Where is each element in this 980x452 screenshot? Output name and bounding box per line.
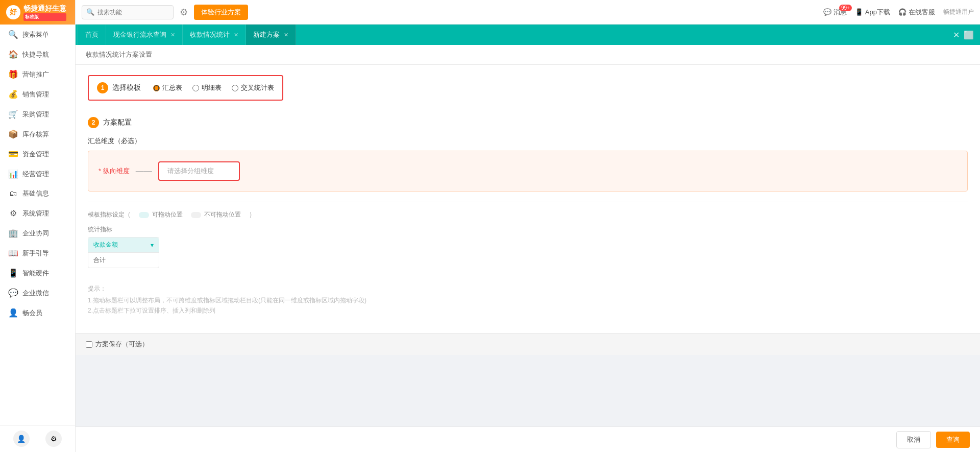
dim-select[interactable]: 请选择分组维度 [158, 161, 240, 181]
metrics-grid-header[interactable]: 收款金额 ▾ [88, 237, 159, 252]
download-btn[interactable]: 📱 App下载 [855, 8, 890, 17]
service-btn[interactable]: 🎧 在线客服 [898, 8, 935, 17]
sidebar-item-operations[interactable]: 📊 经营管理 [0, 164, 75, 184]
tab-collection-stats[interactable]: 收款情况统计 ✕ [183, 25, 246, 45]
service-icon: 🎧 [898, 8, 906, 16]
sidebar-item-purchase[interactable]: 🛒 采购管理 [0, 104, 75, 124]
template-summary[interactable]: 汇总表 [153, 83, 182, 92]
sidebar-item-label: 营销推广 [22, 70, 49, 79]
tab-collection-close[interactable]: ✕ [234, 32, 238, 38]
download-icon: 📱 [855, 8, 863, 16]
template-detail[interactable]: 明细表 [192, 83, 222, 92]
fixed-label: 不可拖动位置 [204, 210, 241, 219]
radio-detail[interactable] [192, 85, 199, 91]
message-icon: 💬 [823, 8, 831, 16]
sidebar-item-hardware[interactable]: 📱 智能硬件 [0, 263, 75, 283]
summary-dim-label: 汇总维度（必选） [88, 136, 968, 146]
tab-cashflow[interactable]: 现金银行流水查询 ✕ [106, 25, 183, 45]
logo-icon: 好 [6, 5, 20, 19]
topbar-right: 💬 消息 99+ 📱 App下载 🎧 在线客服 畅捷通用户 [823, 8, 974, 17]
tab-new-plan[interactable]: 新建方案 ✕ [246, 25, 296, 45]
search-input[interactable] [97, 9, 159, 16]
page-header-title: 收款情况统计方案设置 [86, 51, 152, 58]
tab-new-plan-close[interactable]: ✕ [284, 32, 288, 38]
metrics-table-area: 统计指标 收款金额 ▾ 合计 [88, 225, 968, 268]
gift-icon: 🎁 [8, 69, 18, 79]
tab-home[interactable]: 首页 [78, 25, 106, 45]
tab-maximize-icon[interactable]: ⬜ [964, 30, 974, 40]
config-section: 2 方案配置 汇总维度（必选） * 纵向维度 —— 请选择分组维度 [88, 117, 968, 323]
legend-draggable: 可拖动位置 [139, 210, 183, 219]
sidebar-item-quick-nav[interactable]: 🏠 快捷导航 [0, 44, 75, 64]
card-icon: 💳 [8, 149, 18, 159]
template-cross-label: 交叉统计表 [241, 83, 274, 92]
main-content: 🔍 ⚙ 体验行业方案 💬 消息 99+ 📱 App下载 🎧 在线客服 畅捷通用户 [76, 0, 980, 452]
vertical-dim-label: * 纵向维度 [99, 166, 130, 176]
bottom-bar: 取消 查询 [76, 426, 980, 452]
radio-cross[interactable] [232, 85, 238, 91]
gear-icon: ⚙ [8, 208, 18, 218]
tips-title: 提示： [88, 284, 968, 293]
sidebar-item-label: 智能硬件 [22, 269, 49, 278]
tab-close-all-icon[interactable]: ✕ [953, 30, 960, 40]
drag-legend: 模板指标设定（ 可拖动位置 不可拖动位置 ） [88, 210, 968, 219]
money-icon: 💰 [8, 89, 18, 99]
sidebar-item-guide[interactable]: 📖 新手引导 [0, 243, 75, 263]
page-container: 收款情况统计方案设置 1 选择模板 汇总 [76, 45, 980, 401]
sidebar-nav: 🔍 搜索菜单 🏠 快捷导航 🎁 营销推广 💰 销售管理 🛒 采购管理 📦 库存核… [0, 25, 75, 425]
save-plan-checkbox[interactable] [86, 341, 92, 348]
tabbar: 首页 现金银行流水查询 ✕ 收款情况统计 ✕ 新建方案 ✕ ✕ ⬜ [76, 25, 980, 45]
sidebar-item-label: 库存核算 [22, 130, 49, 139]
footer-checkbox-row: 方案保存（可选） [86, 340, 149, 349]
sidebar-item-label: 新手引导 [22, 249, 49, 258]
close-paren: ） [249, 210, 255, 219]
sidebar-item-label: 经营管理 [22, 170, 49, 179]
sidebar-item-member[interactable]: 👤 畅会员 [0, 303, 75, 323]
sidebar-item-enterprise[interactable]: 🏢 企业协同 [0, 223, 75, 243]
template-summary-label: 汇总表 [162, 83, 182, 92]
sidebar-item-label: 系统管理 [22, 209, 49, 218]
metric-row-label: 合计 [93, 256, 106, 264]
sidebar-item-system[interactable]: ⚙ 系统管理 [0, 203, 75, 223]
query-button[interactable]: 查询 [936, 432, 970, 448]
footer-icon-2[interactable]: ⚙ [45, 431, 62, 447]
legend-fixed: 不可拖动位置 [191, 210, 241, 219]
sidebar-footer: 👤 ⚙ [0, 425, 75, 452]
cancel-button[interactable]: 取消 [896, 431, 931, 448]
sidebar-item-search-menu[interactable]: 🔍 搜索菜单 [0, 25, 75, 44]
metrics-grid-row: 合计 [88, 252, 159, 268]
sidebar-item-label: 畅会员 [22, 308, 42, 318]
dim-placeholder: 请选择分组维度 [167, 167, 214, 175]
sidebar-item-basic-info[interactable]: 🗂 基础信息 [0, 184, 75, 203]
sidebar-item-label: 企业微信 [22, 289, 49, 298]
sidebar-item-label: 资金管理 [22, 150, 49, 159]
search-box[interactable]: 🔍 [82, 5, 174, 19]
radio-summary[interactable] [153, 85, 160, 91]
sidebar-item-inventory[interactable]: 📦 库存核算 [0, 124, 75, 144]
footer-icon-1[interactable]: 👤 [13, 431, 30, 447]
sidebar-item-wechat[interactable]: 💬 企业微信 [0, 283, 75, 303]
tab-cashflow-label: 现金银行流水查询 [113, 30, 166, 39]
template-cross[interactable]: 交叉统计表 [232, 83, 274, 92]
metrics-settings-label: 模板指标设定（ [88, 210, 131, 219]
sidebar-item-sales[interactable]: 💰 销售管理 [0, 84, 75, 104]
folder-icon: 🗂 [8, 189, 18, 198]
tab-new-plan-label: 新建方案 [253, 30, 280, 39]
metric-dropdown-icon[interactable]: ▾ [151, 242, 154, 249]
cart-icon: 🛒 [8, 109, 18, 119]
sidebar-item-marketing[interactable]: 🎁 营销推广 [0, 64, 75, 84]
fixed-dot [191, 212, 201, 218]
search-icon: 🔍 [86, 8, 94, 16]
user-icon: 👤 [8, 308, 18, 318]
message-btn[interactable]: 💬 消息 99+ [823, 8, 847, 17]
industry-btn[interactable]: 体验行业方案 [194, 5, 248, 20]
sidebar: 好 畅捷通好生意 标准版 🔍 搜索菜单 🏠 快捷导航 🎁 营销推广 💰 销售管理… [0, 0, 76, 452]
sidebar-item-finance[interactable]: 💳 资金管理 [0, 144, 75, 164]
settings-icon[interactable]: ⚙ [180, 7, 188, 18]
chat-icon: 💬 [8, 288, 18, 298]
tab-cashflow-close[interactable]: ✕ [170, 32, 175, 38]
metric-tag-label: 收款金额 [93, 241, 118, 249]
app-name: 畅捷通好生意 [23, 4, 66, 13]
step2-row: 2 方案配置 [88, 117, 968, 128]
sidebar-item-label: 销售管理 [22, 90, 49, 99]
